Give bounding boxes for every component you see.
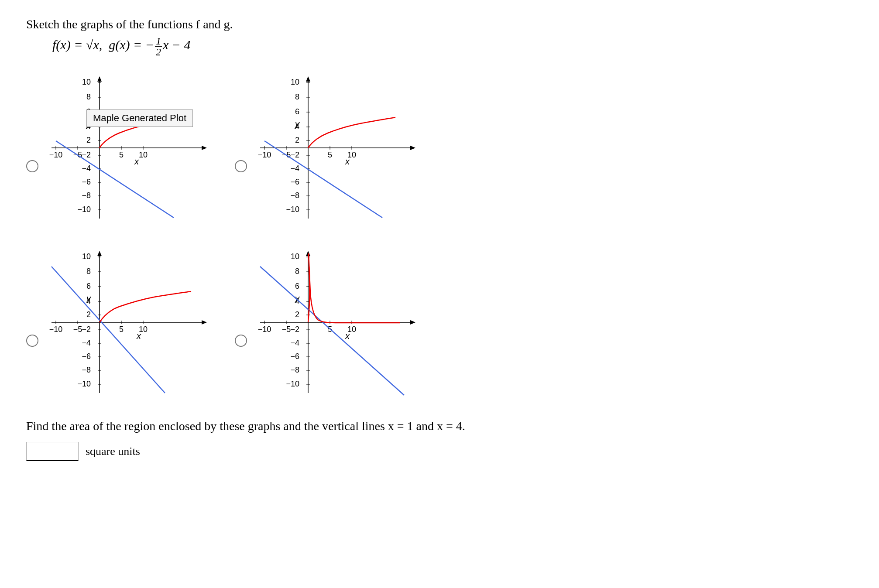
svg-text:−2: −2 (290, 150, 299, 159)
svg-text:−2: −2 (82, 325, 91, 334)
svg-text:2: 2 (86, 136, 91, 144)
graph-container-top-right: 10 8 6 y 4 2 −2 −4 −6 −8 −10 (235, 70, 417, 227)
svg-text:−6: −6 (290, 352, 299, 361)
graph-container-top-left: Maple Generated Plot 10 8 (26, 70, 209, 227)
radio-top-left[interactable] (26, 160, 38, 172)
svg-text:−8: −8 (82, 191, 91, 200)
svg-text:−10: −10 (77, 205, 91, 214)
svg-text:−6: −6 (82, 352, 91, 361)
radio-bottom-left[interactable] (26, 335, 38, 347)
svg-text:4: 4 (86, 297, 91, 305)
svg-text:−10: −10 (49, 150, 63, 159)
svg-marker-38 (410, 146, 415, 150)
svg-marker-37 (306, 76, 310, 82)
svg-text:−4: −4 (82, 338, 91, 347)
graph-container-bottom-left: 10 8 6 y 4 2 −2 −4 −6 −8 −10 (26, 245, 209, 402)
bottom-graphs-row: 10 8 6 y 4 2 −2 −4 −6 −8 −10 (26, 245, 853, 402)
svg-text:−5: −5 (73, 325, 82, 334)
svg-line-104 (52, 267, 165, 393)
svg-text:8: 8 (86, 92, 91, 101)
svg-text:8: 8 (295, 92, 299, 101)
svg-text:−2: −2 (82, 150, 91, 159)
answer-row: square units (26, 442, 853, 461)
top-graphs-row: Maple Generated Plot 10 8 (26, 70, 853, 227)
graph-container-bottom-right: 10 8 6 y 4 2 −2 −4 −6 −8 −10 (235, 245, 417, 402)
svg-text:−10: −10 (258, 150, 271, 159)
svg-text:−10: −10 (77, 379, 91, 388)
svg-text:−4: −4 (82, 164, 91, 173)
svg-text:2: 2 (86, 310, 91, 319)
svg-text:−8: −8 (290, 191, 299, 200)
radio-bottom-right[interactable] (235, 335, 247, 347)
svg-text:−2: −2 (290, 325, 299, 334)
svg-text:x: x (345, 331, 350, 341)
svg-text:4: 4 (86, 122, 91, 131)
svg-marker-2 (97, 76, 102, 82)
svg-text:5: 5 (119, 150, 124, 159)
svg-text:5: 5 (119, 325, 124, 334)
square-units-label: square units (86, 445, 140, 458)
svg-text:10: 10 (82, 78, 91, 86)
bottom-section: Find the area of the region enclosed by … (26, 419, 853, 461)
graph-svg-top-right: 10 8 6 y 4 2 −2 −4 −6 −8 −10 (251, 70, 417, 227)
svg-text:−8: −8 (290, 366, 299, 374)
svg-marker-3 (202, 146, 207, 150)
graph-svg-bottom-left: 10 8 6 y 4 2 −2 −4 −6 −8 −10 (43, 245, 209, 402)
svg-text:2: 2 (295, 310, 299, 319)
svg-text:10: 10 (139, 150, 148, 159)
svg-text:−10: −10 (49, 325, 63, 334)
graph-wrapper-bottom-left: 10 8 6 y 4 2 −2 −4 −6 −8 −10 (43, 245, 209, 402)
svg-text:10: 10 (291, 78, 299, 86)
svg-line-34 (56, 141, 174, 218)
svg-text:−10: −10 (258, 325, 271, 334)
answer-input[interactable] (26, 442, 79, 461)
page-content: Sketch the graphs of the functions f and… (26, 17, 853, 461)
svg-text:4: 4 (295, 122, 299, 131)
graph-wrapper-top-right: 10 8 6 y 4 2 −2 −4 −6 −8 −10 (251, 70, 417, 227)
formula: f(x) = √x, g(x) = −12x − 4 (52, 36, 853, 57)
svg-text:−10: −10 (286, 379, 299, 388)
svg-line-69 (264, 141, 382, 218)
svg-text:−4: −4 (290, 164, 299, 173)
svg-text:−6: −6 (290, 178, 299, 186)
svg-text:8: 8 (86, 267, 91, 276)
svg-marker-72 (97, 251, 102, 256)
radio-top-right[interactable] (235, 160, 247, 172)
svg-text:−4: −4 (290, 338, 299, 347)
svg-text:6: 6 (86, 107, 91, 116)
svg-text:10: 10 (82, 252, 91, 261)
graph-wrapper-top-left: Maple Generated Plot 10 8 (43, 70, 209, 227)
svg-text:−5: −5 (282, 325, 291, 334)
svg-text:10: 10 (291, 252, 299, 261)
svg-text:8: 8 (295, 267, 299, 276)
graph-wrapper-bottom-right: 10 8 6 y 4 2 −2 −4 −6 −8 −10 (251, 245, 417, 402)
svg-text:x: x (136, 331, 141, 341)
svg-text:2: 2 (295, 136, 299, 144)
graph-svg-bottom-right: 10 8 6 y 4 2 −2 −4 −6 −8 −10 (251, 245, 417, 402)
svg-text:−8: −8 (82, 366, 91, 374)
svg-text:−6: −6 (82, 178, 91, 186)
svg-marker-108 (410, 320, 415, 325)
svg-text:6: 6 (295, 282, 299, 291)
svg-text:x: x (345, 157, 350, 166)
svg-text:−10: −10 (286, 205, 299, 214)
svg-marker-73 (202, 320, 207, 325)
instruction-text: Sketch the graphs of the functions f and… (26, 17, 853, 31)
svg-text:x: x (134, 157, 139, 166)
svg-text:6: 6 (86, 282, 91, 291)
graph-svg-top-left: 10 8 6 y 4 2 −2 −4 −6 (43, 70, 209, 227)
svg-text:5: 5 (328, 150, 332, 159)
bottom-question-text: Find the area of the region enclosed by … (26, 419, 853, 433)
svg-text:6: 6 (295, 107, 299, 116)
